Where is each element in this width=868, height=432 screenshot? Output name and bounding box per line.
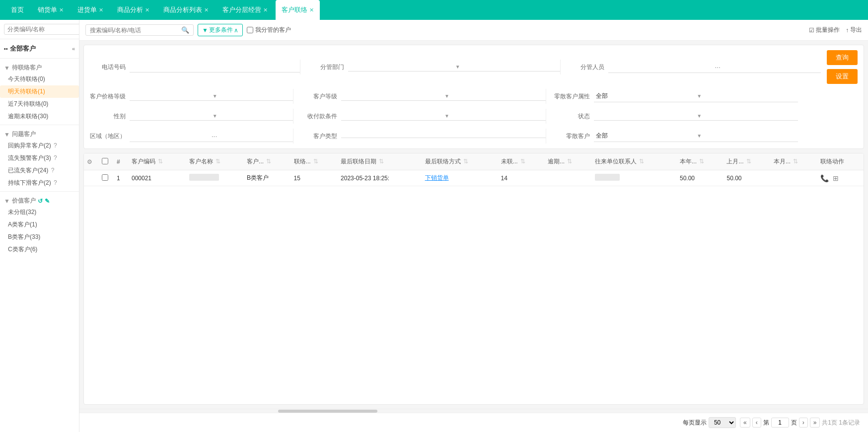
sidebar-already-lost[interactable]: 已流失客户(24) ? (0, 164, 79, 177)
nav-product-analysis-list-close[interactable]: ✕ (204, 7, 209, 13)
export-btn[interactable]: ↑ 导出 (846, 26, 862, 34)
continuous-decline-help-icon[interactable]: ? (54, 179, 57, 186)
nav-home[interactable]: 首页 (5, 0, 30, 20)
col-this-month[interactable]: 本月... ⇅ (771, 153, 817, 170)
sidebar-tomorrow-contact[interactable]: 明天待联络(1) (0, 85, 79, 98)
col-action: 联络动作 (817, 153, 864, 170)
sidebar-search-input[interactable] (4, 24, 79, 35)
retail-customer-label: 零散客户 (554, 132, 594, 141)
col-level[interactable]: 客户... ⇅ (244, 153, 290, 170)
customer-type-select[interactable] (341, 135, 545, 138)
status-select[interactable]: ▼ (594, 112, 798, 121)
lost-risk-help-icon[interactable]: ? (54, 154, 57, 161)
area-select[interactable]: ··· (130, 131, 293, 142)
divider5 (293, 109, 293, 124)
action-phone-icon[interactable]: 📞 (820, 174, 829, 182)
table-select-all[interactable] (102, 158, 108, 164)
value-toggle[interactable]: ▼ (4, 198, 10, 205)
divider2 (560, 60, 561, 74)
retail-attr-select[interactable]: 全部 ▼ (594, 90, 798, 102)
col-last-date[interactable]: 最后联络日期 ⇅ (338, 153, 422, 170)
page-last-btn[interactable]: » (810, 418, 820, 428)
customer-level-select[interactable]: ▼ (341, 92, 545, 101)
col-last-method[interactable]: 最后联络方式 ⇅ (422, 153, 498, 170)
my-customers-checkbox[interactable] (247, 27, 253, 33)
retail-customer-select[interactable]: 全部 ▼ (594, 130, 798, 142)
filter-customer-type: 客户类型 (301, 132, 545, 141)
page-next-btn[interactable]: › (799, 418, 808, 428)
nav-purchase[interactable]: 进货单 ✕ (72, 0, 109, 20)
horizontal-scrollbar[interactable] (79, 409, 868, 413)
col-unit-contact[interactable]: 往来单位联系人 ⇅ (592, 153, 677, 170)
pending-toggle[interactable]: ▼ (4, 65, 10, 72)
sidebar-all-customers-section: ▪▪ 全部客户 « (0, 39, 79, 56)
last-contact-method-link[interactable]: 下销货单 (425, 174, 449, 181)
col-gear: ⚙ (84, 153, 99, 170)
page-input[interactable] (771, 418, 789, 428)
payment-select[interactable]: ▼ (341, 112, 545, 121)
nav-customer-tier[interactable]: 客户分层经营 ✕ (217, 0, 274, 20)
nav-customer-contact-close[interactable]: ✕ (309, 7, 314, 13)
nav-purchase-close[interactable]: ✕ (99, 7, 103, 13)
nav-sales-close[interactable]: ✕ (59, 7, 64, 13)
bulk-ops-btn[interactable]: ☑ 批量操作 (809, 26, 840, 34)
col-no-contact[interactable]: 未联... ⇅ (498, 153, 545, 170)
phone-input[interactable] (130, 62, 300, 72)
sidebar-week-contact[interactable]: 近7天待联络(0) (0, 98, 79, 110)
row-code: 000021 (129, 170, 186, 186)
col-overdue[interactable]: 逾期... ⇅ (545, 153, 591, 170)
sort-icon-this-month: ⇅ (793, 158, 798, 165)
pagination: 每页显示 50 100 200 « ‹ 第 页 › » 共1页 1条记录 (79, 413, 868, 432)
nav-product-analysis-close[interactable]: ✕ (145, 7, 149, 13)
my-customers-checkbox-wrap[interactable]: 我分管的客户 (247, 26, 291, 34)
sidebar-unclassified[interactable]: 未分组(32) (0, 206, 79, 218)
sidebar-today-contact[interactable]: 今天待联络(0) (0, 73, 79, 85)
main-search-icon[interactable]: 🔍 (181, 26, 189, 34)
price-level-select[interactable]: ▼ (130, 92, 293, 101)
value-refresh-icon[interactable]: ↺ (38, 198, 43, 205)
col-name[interactable]: 客户名称 ⇅ (186, 153, 244, 170)
nav-product-analysis-list[interactable]: 商品分析列表 ✕ (157, 0, 215, 20)
sidebar-lost-risk[interactable]: 流失预警客户(3) ? (0, 152, 79, 164)
col-code[interactable]: 客户编码 ⇅ (129, 153, 186, 170)
divider3 (293, 89, 293, 104)
table-gear-icon[interactable]: ⚙ (87, 158, 92, 165)
col-contact[interactable]: 联络... ⇅ (291, 153, 338, 170)
value-edit-icon[interactable]: ✎ (45, 198, 50, 205)
main-search-input[interactable] (90, 27, 179, 34)
page-first-btn[interactable]: « (740, 418, 750, 428)
page-size-select[interactable]: 50 100 200 (709, 417, 736, 428)
sidebar-all-customers[interactable]: ▪▪ 全部客户 « (4, 42, 75, 55)
sidebar-repurchase-abnormal[interactable]: 回购异常客户(2) ? (0, 140, 79, 152)
filter-payment: 收付款条件 ▼ (301, 112, 545, 121)
nav-product-analysis[interactable]: 商品分析 ✕ (111, 0, 155, 20)
sort-icon-code: ⇅ (158, 158, 163, 165)
repurchase-help-icon[interactable]: ? (54, 142, 57, 149)
gender-select[interactable]: ▼ (130, 112, 293, 121)
collapse-btn[interactable]: « (72, 46, 75, 52)
nav-sales[interactable]: 销货单 ✕ (32, 0, 70, 20)
sidebar-class-a[interactable]: A类客户(1) (0, 218, 79, 231)
nav-customer-contact[interactable]: 客户联络 ✕ (276, 0, 320, 20)
sidebar-continuous-decline[interactable]: 持续下滑客户(2) ? (0, 177, 79, 189)
table-row: 1 000021 B类客户 15 2023-05-23 18:25: 下销货单 … (84, 170, 864, 186)
row-select[interactable] (102, 174, 108, 181)
settings-button[interactable]: 设置 (827, 69, 858, 84)
branch-person-select[interactable]: ··· (608, 62, 821, 73)
nav-customer-tier-close[interactable]: ✕ (263, 7, 268, 13)
branch-dept-select[interactable]: ▼ (348, 63, 561, 72)
more-conditions-btn[interactable]: ▼ 更多条件 ∧ (198, 24, 243, 36)
filter-row-1: 电话号码 分管部门 ▼ 分管人员 ··· (90, 50, 858, 84)
problem-toggle[interactable]: ▼ (4, 131, 10, 138)
row-unit-contact (592, 170, 677, 186)
filter-retail-customer: 零散客户 全部 ▼ (554, 130, 798, 142)
sidebar-class-c[interactable]: C类客户(6) (0, 243, 79, 256)
already-lost-help-icon[interactable]: ? (51, 167, 55, 174)
sidebar-overdue-contact[interactable]: 逾期未联络(30) (0, 110, 79, 123)
col-this-year[interactable]: 本年... ⇅ (677, 153, 723, 170)
page-prev-btn[interactable]: ‹ (752, 418, 761, 428)
action-qr-icon[interactable]: ⊞ (833, 174, 839, 182)
col-last-month[interactable]: 上月... ⇅ (723, 153, 770, 170)
query-button[interactable]: 查询 (827, 50, 858, 65)
sidebar-class-b[interactable]: B类客户(33) (0, 231, 79, 243)
